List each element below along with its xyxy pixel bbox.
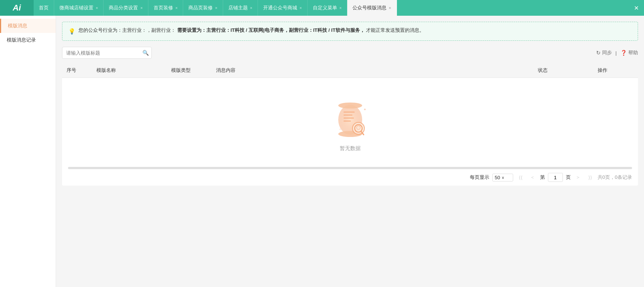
nav-tabs: 首页 微商城店铺设置 × 商品分类设置 × 首页装修 × 商品页装修 × 店铺主… — [34, 0, 629, 16]
last-page-button[interactable]: ⟩⟩ — [586, 173, 595, 182]
search-icon[interactable]: 🔍 — [142, 50, 149, 56]
sync-icon: ↻ — [596, 50, 601, 56]
svg-point-1 — [338, 103, 362, 109]
sidebar-item-template-record[interactable]: 模版消息记录 — [0, 33, 56, 47]
page-unit: 页 — [566, 174, 571, 181]
logo: Ai — [0, 0, 34, 16]
close-tab-category[interactable]: × — [140, 6, 142, 10]
col-status: 状态 — [533, 63, 593, 77]
close-tab-template-msg[interactable]: × — [389, 6, 391, 10]
tab-home-decor[interactable]: 首页装修 × — [148, 0, 183, 16]
close-tab-open-mall[interactable]: × — [299, 6, 302, 10]
sidebar-item-template-msg[interactable]: 模版消息 — [0, 19, 56, 33]
tab-shop-theme[interactable]: 店铺主题 × — [223, 0, 258, 16]
total-info: 共0页，0条记录 — [598, 174, 632, 181]
search-input-wrap: 🔍 — [62, 47, 152, 59]
svg-rect-4 — [343, 115, 352, 116]
content-area: 💡 您的公众号行业为：主营行业：，副营行业： 需要设置为：主营行业：IT科技 /… — [56, 16, 644, 287]
col-type: 模版类型 — [167, 63, 212, 77]
page-size-label: 每页显示 — [470, 174, 489, 181]
tab-category[interactable]: 商品分类设置 × — [104, 0, 148, 16]
col-name: 模版名称 — [92, 63, 167, 77]
svg-text:✦: ✦ — [363, 107, 366, 112]
page-size-select[interactable]: 50 ∨ — [492, 174, 513, 181]
page-number-input[interactable] — [548, 173, 563, 182]
search-actions: ↻ 同步 | ❓ 帮助 — [596, 49, 638, 56]
main-layout: 模版消息 模版消息记录 💡 您的公众号行业为：主营行业：，副营行业： 需要设置为… — [0, 16, 644, 287]
tab-custom-menu[interactable]: 自定义菜单 × — [308, 0, 347, 16]
prev-page-button[interactable]: ＜ — [528, 173, 537, 182]
notice-banner: 💡 您的公众号行业为：主营行业：，副营行业： 需要设置为：主营行业：IT科技 /… — [62, 22, 638, 41]
sync-button[interactable]: ↻ 同步 — [596, 49, 612, 56]
col-content: 消息内容 — [212, 63, 533, 77]
svg-rect-6 — [343, 120, 351, 122]
help-icon: ❓ — [620, 50, 627, 56]
next-page-button[interactable]: ＞ — [574, 173, 583, 182]
table-header: 序号 模版名称 模版类型 消息内容 状态 操作 — [62, 63, 638, 78]
notice-icon: 💡 — [68, 27, 76, 36]
sidebar: 模版消息 模版消息记录 — [0, 16, 56, 287]
tab-home[interactable]: 首页 — [34, 0, 54, 16]
data-table: 序号 模版名称 模版类型 消息内容 状态 操作 — [62, 63, 638, 186]
tab-template-msg[interactable]: 公众号模版消息 × — [347, 0, 397, 16]
close-tab-custom-menu[interactable]: × — [339, 6, 342, 10]
chevron-down-icon: ∨ — [502, 175, 504, 180]
close-tab-home-decor[interactable]: × — [175, 6, 178, 10]
empty-state: ✦ ✦ 暂无数据 — [62, 78, 638, 167]
page-label: 第 — [540, 174, 545, 181]
tab-open-mall[interactable]: 开通公众号商城 × — [258, 0, 307, 16]
help-button[interactable]: ❓ 帮助 — [620, 49, 638, 56]
svg-rect-3 — [343, 112, 355, 113]
close-tab-product-decor[interactable]: × — [215, 6, 217, 10]
svg-rect-5 — [343, 117, 354, 119]
svg-text:✦: ✦ — [339, 128, 341, 131]
empty-text: 暂无数据 — [340, 145, 361, 152]
global-close-button[interactable]: ✕ — [629, 4, 644, 12]
pagination: 每页显示 50 ∨ ⟨⟨ ＜ 第 页 ＞ ⟩⟩ 共0页，0条记录 — [62, 169, 638, 186]
horizontal-scrollbar[interactable] — [68, 167, 632, 169]
close-tab-micro-shop[interactable]: × — [96, 6, 98, 10]
top-nav: Ai 首页 微商城店铺设置 × 商品分类设置 × 首页装修 × 商品页装修 × … — [0, 0, 644, 16]
tab-micro-shop[interactable]: 微商城店铺设置 × — [54, 0, 104, 16]
first-page-button[interactable]: ⟨⟨ — [516, 173, 525, 182]
tab-product-decor[interactable]: 商品页装修 × — [183, 0, 223, 16]
col-index: 序号 — [62, 63, 92, 77]
close-tab-shop-theme[interactable]: × — [250, 6, 252, 10]
search-bar: 🔍 ↻ 同步 | ❓ 帮助 — [62, 47, 638, 59]
col-action: 操作 — [593, 63, 638, 77]
empty-illustration: ✦ ✦ — [328, 100, 373, 145]
search-input[interactable] — [62, 47, 152, 59]
